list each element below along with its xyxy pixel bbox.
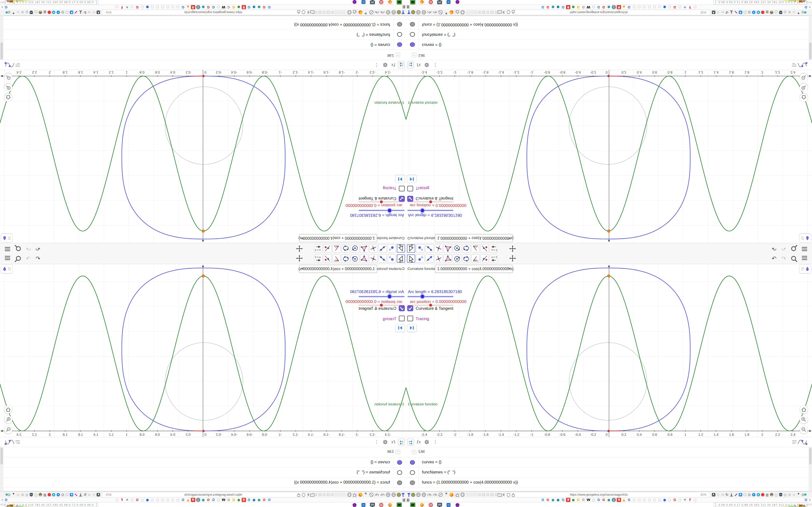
bookmark-favicon[interactable]: ●: [556, 5, 560, 9]
bookmark-favicon[interactable]: ●: [237, 5, 241, 9]
function-dropdown[interactable]: 1.000000000000 + cos(4.000000000000 x): [299, 265, 377, 273]
page-zoom-badge[interactable]: 81%: [701, 11, 706, 14]
bookmark-favicon[interactable]: ●: [237, 498, 241, 502]
add-circle-icon[interactable]: +: [56, 10, 60, 15]
collapse-list-button[interactable]: −: [412, 53, 416, 57]
bookmark-favicon[interactable]: ○: [115, 5, 119, 9]
trash-icon[interactable]: ▥: [43, 10, 47, 15]
taskbar-app-firefox[interactable]: [419, 503, 424, 507]
small-toggle-icon[interactable]: [331, 11, 334, 13]
pen-icon[interactable]: [74, 10, 78, 15]
scrollbar-thumb[interactable]: [0, 448, 3, 464]
wrench-icon[interactable]: [444, 492, 449, 497]
scrollbar-track[interactable]: [809, 447, 812, 491]
bookmark-favicon[interactable]: ✳: [125, 498, 129, 502]
menu-button[interactable]: [3, 245, 12, 252]
tree-view-button[interactable]: [398, 439, 405, 445]
scrollbar-track[interactable]: [0, 16, 3, 60]
search-icon[interactable]: [14, 255, 22, 262]
taskbar-app-mask-purple[interactable]: ◞: [455, 503, 460, 507]
zoom-out-button[interactable]: [4, 73, 12, 81]
taskbar-app-firefox[interactable]: [388, 503, 393, 507]
globe-slash-icon[interactable]: [369, 492, 374, 497]
tool-polygon-button[interactable]: [360, 244, 368, 252]
small-toggle-icon[interactable]: [323, 494, 325, 496]
bookmark-favicon[interactable]: ●: [571, 498, 575, 502]
bookmark-favicon[interactable]: G: [135, 498, 140, 502]
bookmark-favicon[interactable]: Я: [566, 5, 570, 9]
taskbar-app-mask-purple[interactable]: ◞: [352, 503, 357, 507]
visibility-marble-funcNames[interactable]: [397, 470, 402, 475]
list-item-funcs[interactable]: funcs = {1.000000000000 + cos(4.00000000…: [406, 478, 812, 488]
list-item-curves[interactable]: curves = {}: [406, 39, 812, 50]
wrench-icon[interactable]: [363, 492, 368, 497]
tool-line-through-two-points-button[interactable]: [378, 244, 387, 252]
bookmark-favicon[interactable]: ○: [130, 5, 134, 9]
taskbar-app-terminal-green[interactable]: [410, 0, 416, 4]
translate-blue-icon[interactable]: A: [738, 10, 743, 15]
ublock-shield-icon[interactable]: uB: [30, 10, 34, 15]
bookmark-favicon[interactable]: ○: [176, 5, 180, 9]
bookmark-favicon[interactable]: ○: [642, 5, 647, 9]
bookmark-favicon[interactable]: G: [561, 5, 565, 9]
bookmark-favicon[interactable]: G: [602, 5, 606, 9]
scrollbar-track[interactable]: [809, 16, 812, 60]
globe-dots-icon[interactable]: ⊕: [788, 492, 792, 497]
translate-dark-icon[interactable]: A: [96, 492, 101, 497]
globe-icon[interactable]: [416, 10, 421, 15]
taskbar-app-gear-red[interactable]: [428, 503, 434, 507]
globe-icon[interactable]: [391, 10, 396, 15]
record-red-icon[interactable]: [47, 10, 51, 15]
tool-move-button[interactable]: [407, 244, 415, 252]
pill-icon[interactable]: [743, 10, 747, 15]
folder-icon[interactable]: [310, 10, 315, 15]
bookmark-favicon[interactable]: ✳: [683, 5, 687, 9]
visibility-marble-funcs[interactable]: [410, 22, 415, 26]
taskbar-app-floppy-64[interactable]: 64: [446, 503, 451, 507]
bookmark-favicon[interactable]: G: [206, 5, 210, 9]
tool-line-through-two-points-button[interactable]: [425, 244, 434, 252]
zoom-out-button[interactable]: [800, 73, 808, 81]
play-pause-button[interactable]: [395, 324, 405, 332]
tool-circle-with-center-button[interactable]: [351, 244, 359, 252]
bookmark-favicon[interactable]: Я: [242, 5, 246, 9]
olive-extension-icon[interactable]: [411, 492, 415, 497]
taskbar-app-gear-red[interactable]: [378, 503, 384, 507]
bookmark-favicon[interactable]: G: [804, 5, 808, 9]
taskbar-app-monitor[interactable]: [437, 0, 443, 4]
tool-point-button[interactable]: A: [416, 244, 424, 252]
ublock-shield-icon[interactable]: uB: [779, 10, 783, 15]
olive-extension-icon[interactable]: [411, 10, 415, 15]
list-item-funcs[interactable]: funcs = {1.000000000000 + cos(4.00000000…: [0, 19, 406, 29]
wrench-icon[interactable]: [444, 10, 449, 15]
bookmark-favicon[interactable]: G: [181, 498, 185, 502]
bookmark-favicon[interactable]: G: [4, 5, 8, 9]
bookmark-star-icon[interactable]: ☆: [716, 10, 720, 15]
url-bar[interactable]: https://www.geogebra.org/classic/aagcxh3…: [102, 10, 307, 15]
curvature-tangent-checkbox[interactable]: [399, 196, 405, 202]
url-bar[interactable]: https://www.geogebra.org/classic/aagcxh3…: [505, 10, 710, 15]
visibility-marble-funcs[interactable]: [410, 481, 415, 485]
more-options-button[interactable]: ⋮: [433, 439, 437, 445]
bookmark-favicon[interactable]: ●: [201, 5, 205, 9]
bookmark-favicon[interactable]: G: [672, 498, 677, 502]
bookmark-favicon[interactable]: W: [221, 5, 226, 9]
bookmark-favicon[interactable]: Я: [617, 5, 621, 9]
scrollbar-thumb[interactable]: [809, 448, 812, 464]
shield-ring-icon[interactable]: ◎: [783, 10, 787, 15]
tool-point-button[interactable]: A: [388, 244, 396, 252]
visibility-marble-curves[interactable]: [410, 460, 415, 465]
undo-button[interactable]: ↶: [34, 255, 42, 262]
tree-view-button[interactable]: [407, 62, 414, 68]
undo-button[interactable]: ↶: [770, 255, 778, 262]
small-toggle-icon[interactable]: [478, 11, 481, 13]
trash-icon[interactable]: ▥: [765, 492, 769, 497]
bookmark-favicon[interactable]: Я: [191, 498, 195, 502]
wrench-icon[interactable]: [797, 10, 801, 15]
filter-funnel-icon[interactable]: [401, 10, 406, 15]
bookmark-favicon[interactable]: G: [627, 5, 631, 9]
bookmark-favicon[interactable]: G: [211, 5, 215, 9]
bookmark-favicon[interactable]: G: [206, 498, 210, 502]
shield-ring-icon[interactable]: ◎: [783, 492, 787, 497]
visibility-marble-curves[interactable]: [397, 460, 402, 465]
